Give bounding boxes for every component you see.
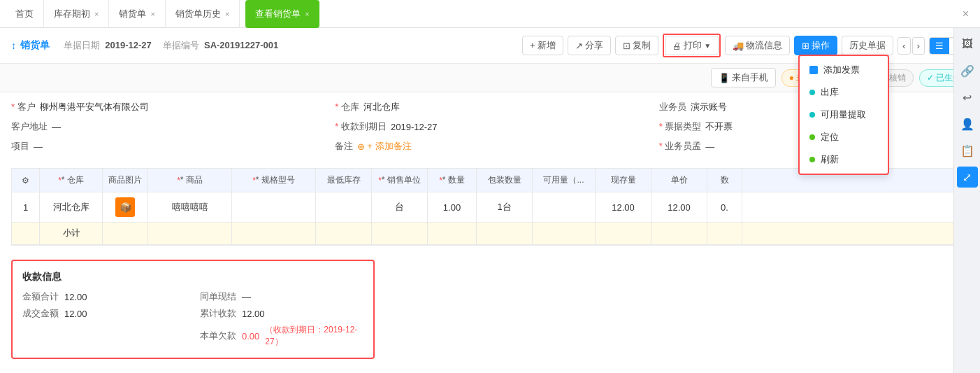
date-label: 单据日期 2019-12-27 [64,39,152,52]
dropdown-outbound[interactable]: 出库 [800,81,888,104]
td-avail [533,192,596,222]
outbound-icon [809,90,815,95]
sidebar-image-icon[interactable]: 🖼 [957,34,978,55]
payment-cum-value: 12.00 [242,309,265,319]
phone-button[interactable]: 📱 来自手机 [711,68,776,87]
th-minstock: 最低库存 [316,169,372,192]
tab-view-close[interactable]: × [305,10,309,18]
th-stock: 现存量 [596,169,651,192]
tab-sales-close[interactable]: × [150,10,154,18]
payment-deal-value: 12.00 [64,309,87,319]
data-table: ⚙ * 仓库 商品图片 * 商品 * 规格型号 最低库存 * 销售单位 * 数量… [11,168,969,246]
new-button[interactable]: + 新增 [522,36,563,55]
copy-icon: ⊡ [623,41,630,51]
sidebar-expand-icon[interactable]: ⤢ [957,167,978,188]
dropdown-locate[interactable]: 定位 [800,126,888,148]
avail-extract-label: 可用量提取 [821,108,866,121]
share-button[interactable]: ↗ 分享 [568,36,611,55]
payment-same-value: — [242,292,251,302]
tab-home[interactable]: 首页 [6,0,44,28]
pending-dot: ● [789,73,794,83]
history-button[interactable]: 历史单据 [842,36,893,55]
locate-label: 定位 [821,131,839,143]
phone-button-label: 来自手机 [732,71,768,84]
td-pack: 1台 [477,192,533,222]
prev-button[interactable]: ‹ [898,37,910,55]
tab-inventory-close[interactable]: × [94,10,99,18]
sidebar-clipboard-icon[interactable]: 📋 [957,140,978,161]
td-subtotal-extra [707,223,742,244]
th-price: 单价 [651,169,707,192]
right-sidebar: 🖼 🔗 ↩ 👤 📋 ⤢ [953,28,980,373]
dropdown-avail-extract[interactable]: 可用量提取 [800,104,888,126]
th-extra: 数 [707,169,742,192]
customer-value: 柳州粤港平安气体有限公司 [40,101,149,113]
tab-inventory-init[interactable]: 库存期初 × [44,0,109,28]
share-icon: ↗ [575,41,583,51]
payment-overdue-note: （收款到期日：2019-12-27） [265,324,363,348]
logistics-icon: 🚚 [733,41,744,51]
td-subtotal-stock [596,223,651,244]
add-note-button[interactable]: ⊕ + 添加备注 [357,140,411,153]
salesperson2-label: 业务员孟 [659,140,702,153]
th-gear[interactable]: ⚙ [12,169,40,192]
print-button[interactable]: 🖨 打印 ▼ [665,36,719,55]
form-meta: 单据日期 2019-12-27 单据编号 SA-20191227-001 [64,39,278,52]
form-title-text: 销货单 [20,39,50,52]
payment-section: 收款信息 金额合计 12.00 同单现结 — 成交金额 12.00 累计收款 1… [11,260,375,359]
address-field: 客户地址 — [11,120,321,133]
print-icon: 🖨 [672,41,682,51]
refresh-icon [809,157,815,162]
no-label: 单据编号 SA-20191227-001 [163,39,278,52]
payment-same-order-row: 同单现结 — [200,290,363,303]
th-unit: * 销售单位 [372,169,428,192]
address-value: — [52,122,61,132]
add-invoice-icon [809,66,818,74]
date-value: 2019-12-27 [105,40,152,50]
tab-inventory-label: 库存期初 [54,8,90,20]
no-value: SA-20191227-001 [204,40,278,50]
logistics-button[interactable]: 🚚 物流信息 [725,36,790,55]
th-product: * 商品 [148,169,232,192]
th-qty: * 数量 [428,169,477,192]
customer-field: 客户 柳州粤港平安气体有限公司 [11,101,321,113]
salesperson-value: 演示账号 [691,101,727,113]
tab-sales-label: 销货单 [119,8,146,20]
duedate-label: 收款到期日 [335,120,387,133]
customer-label: 客户 [11,101,36,113]
logistics-button-label: 物流信息 [746,39,782,52]
td-seq: 1 [12,192,40,222]
sidebar-link-icon[interactable]: 🔗 [957,60,978,81]
payment-overdue-value: 0.00 [242,331,259,342]
tab-history-close[interactable]: × [225,10,229,18]
td-subtotal-pack [477,223,533,244]
td-subtotal-min [316,223,372,244]
add-note-label: + 添加备注 [367,140,411,153]
tab-view-sales[interactable]: 查看销货单 × [245,0,319,28]
close-all-button[interactable]: × [957,8,974,20]
view-list[interactable]: ☰ [930,38,949,54]
tab-sales-history[interactable]: 销货单历史 × [166,0,240,28]
dropdown-add-invoice[interactable]: 添加发票 [800,59,888,81]
note-field: 备注 ⊕ + 添加备注 [335,140,644,153]
sidebar-undo-icon[interactable]: ↩ [957,87,978,108]
copy-button[interactable]: ⊡ 复制 [615,36,658,55]
print-button-label: 打印 [684,39,702,52]
td-warehouse: 河北仓库 [40,192,103,222]
duedate-field: 收款到期日 2019-12-27 [335,120,644,133]
td-subtotal-label [12,223,40,244]
print-arrow: ▼ [704,42,711,50]
warehouse-value: 河北仓库 [363,101,400,113]
sidebar-user-icon[interactable]: 👤 [957,113,978,134]
warehouse-label: 仓库 [335,101,359,113]
tab-sales-order[interactable]: 销货单 × [109,0,165,28]
address-label: 客户地址 [11,120,48,133]
add-note-icon: ⊕ [357,141,365,152]
subtotal-row: 小计 [12,223,968,245]
operations-button[interactable]: ⊞ 操作 [794,36,837,55]
operations-button-label: 操作 [812,39,830,52]
payment-deal-label: 成交金额 [22,307,59,320]
dropdown-refresh[interactable]: 刷新 [800,148,888,171]
next-button[interactable]: › [912,37,925,55]
avail-extract-icon [809,112,815,118]
